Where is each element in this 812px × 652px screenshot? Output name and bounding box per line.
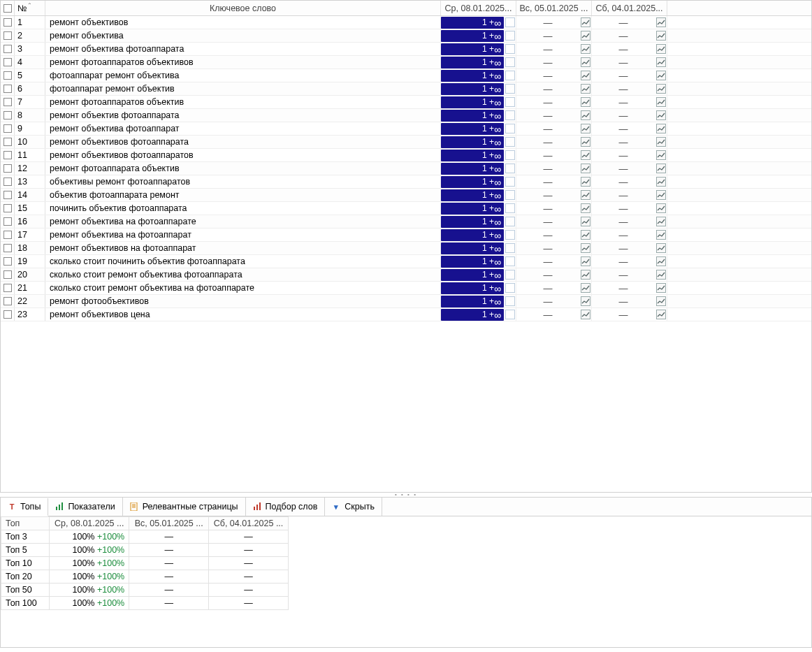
spark-chart-icon[interactable] xyxy=(505,283,515,293)
spark-chart-icon[interactable] xyxy=(505,137,515,147)
spark-chart-icon[interactable] xyxy=(505,110,515,120)
row-checkbox-cell[interactable] xyxy=(1,215,15,228)
row-checkbox-cell[interactable] xyxy=(1,189,15,201)
table-row[interactable]: 20сколько стоит ремонт объектива фотоапп… xyxy=(1,268,811,282)
checkbox-icon[interactable] xyxy=(3,138,12,146)
spark-chart-icon[interactable] xyxy=(581,150,590,160)
spark-chart-icon[interactable] xyxy=(656,164,666,173)
spark-chart-icon[interactable] xyxy=(505,243,515,253)
spark-chart-icon[interactable] xyxy=(581,243,590,253)
spark-chart-icon[interactable] xyxy=(581,97,590,107)
spark-chart-icon[interactable] xyxy=(581,296,590,306)
row-checkbox-cell[interactable] xyxy=(1,29,15,42)
checkbox-icon[interactable] xyxy=(3,45,12,53)
row-checkbox-cell[interactable] xyxy=(1,56,15,68)
spark-chart-icon[interactable] xyxy=(581,57,590,67)
spark-chart-icon[interactable] xyxy=(656,243,666,253)
spark-chart-icon[interactable] xyxy=(581,124,590,133)
checkbox-icon[interactable] xyxy=(3,178,12,186)
table-row[interactable]: 15починить объектив фотоаппарата1 +∞—— xyxy=(1,202,811,215)
spark-chart-icon[interactable] xyxy=(656,124,666,133)
spark-chart-icon[interactable] xyxy=(505,164,515,173)
table-row[interactable]: 11ремонт объективов фотоаппаратов1 +∞—— xyxy=(1,149,811,162)
spark-chart-icon[interactable] xyxy=(656,256,666,266)
table-row[interactable]: 8ремонт объектив фотоаппарата1 +∞—— xyxy=(1,109,811,122)
spark-chart-icon[interactable] xyxy=(505,44,515,54)
header-date-1[interactable]: Ср, 08.01.2025... xyxy=(441,1,516,15)
spark-chart-icon[interactable] xyxy=(505,230,515,240)
spark-chart-icon[interactable] xyxy=(505,97,515,107)
table-row[interactable]: 9ремонт объектива фотоаппарат1 +∞—— xyxy=(1,122,811,136)
spark-chart-icon[interactable] xyxy=(656,310,666,319)
row-checkbox-cell[interactable] xyxy=(1,136,15,148)
spark-chart-icon[interactable] xyxy=(581,270,590,280)
checkbox-icon[interactable] xyxy=(3,204,12,212)
spark-chart-icon[interactable] xyxy=(581,31,590,41)
tops-header-top[interactable]: Топ xyxy=(1,517,50,530)
checkbox-icon[interactable] xyxy=(3,151,12,159)
table-row[interactable]: 2ремонт объектива1 +∞—— xyxy=(1,29,811,43)
checkbox-icon[interactable] xyxy=(3,231,12,239)
row-checkbox-cell[interactable] xyxy=(1,295,15,307)
spark-chart-icon[interactable] xyxy=(581,110,590,120)
checkbox-icon[interactable] xyxy=(3,4,12,13)
spark-chart-icon[interactable] xyxy=(581,137,590,147)
spark-chart-icon[interactable] xyxy=(505,150,515,160)
table-row[interactable]: 17ремонт объектива на фотоаппарат1 +∞—— xyxy=(1,229,811,242)
spark-chart-icon[interactable] xyxy=(581,203,590,213)
spark-chart-icon[interactable] xyxy=(505,256,515,266)
row-checkbox-cell[interactable] xyxy=(1,43,15,55)
row-checkbox-cell[interactable] xyxy=(1,308,15,321)
spark-chart-icon[interactable] xyxy=(656,110,666,120)
spark-chart-icon[interactable] xyxy=(656,150,666,160)
row-checkbox-cell[interactable] xyxy=(1,82,15,95)
header-date-3[interactable]: Сб, 04.01.2025... xyxy=(592,1,667,15)
checkbox-icon[interactable] xyxy=(3,217,12,226)
tab-word-picker[interactable]: Подбор слов xyxy=(246,498,326,516)
table-row[interactable]: 4ремонт фотоаппаратов объективов1 +∞—— xyxy=(1,56,811,69)
row-checkbox-cell[interactable] xyxy=(1,202,15,215)
row-checkbox-cell[interactable] xyxy=(1,122,15,135)
header-number[interactable]: ⌃ № xyxy=(15,1,45,15)
spark-chart-icon[interactable] xyxy=(505,296,515,306)
table-row[interactable]: 22ремонт фотообъективов1 +∞—— xyxy=(1,295,811,308)
table-row[interactable]: 16ремонт объектива на фотоаппарате1 +∞—— xyxy=(1,215,811,229)
spark-chart-icon[interactable] xyxy=(656,217,666,226)
spark-chart-icon[interactable] xyxy=(656,17,666,27)
spark-chart-icon[interactable] xyxy=(656,137,666,147)
tops-header-d3[interactable]: Сб, 04.01.2025 ... xyxy=(209,517,289,530)
spark-chart-icon[interactable] xyxy=(656,296,666,306)
table-row[interactable]: 18ремонт объективов на фотоаппарат1 +∞—— xyxy=(1,242,811,255)
header-date-2[interactable]: Вс, 05.01.2025 ... xyxy=(516,1,592,15)
spark-chart-icon[interactable] xyxy=(581,283,590,293)
checkbox-icon[interactable] xyxy=(3,85,12,93)
spark-chart-icon[interactable] xyxy=(581,310,590,319)
checkbox-icon[interactable] xyxy=(3,18,12,27)
spark-chart-icon[interactable] xyxy=(581,44,590,54)
checkbox-icon[interactable] xyxy=(3,98,12,106)
spark-chart-icon[interactable] xyxy=(581,256,590,266)
spark-chart-icon[interactable] xyxy=(656,44,666,54)
table-row[interactable]: 14объектив фотоаппарата ремонт1 +∞—— xyxy=(1,189,811,202)
header-checkbox-cell[interactable] xyxy=(1,1,15,15)
row-checkbox-cell[interactable] xyxy=(1,16,15,29)
spark-chart-icon[interactable] xyxy=(505,84,515,94)
table-row[interactable]: 5фотоаппарат ремонт объектива1 +∞—— xyxy=(1,69,811,82)
tab-relevant-pages[interactable]: Релевантные страницы xyxy=(123,498,246,516)
spark-chart-icon[interactable] xyxy=(505,190,515,200)
checkbox-icon[interactable] xyxy=(3,124,12,133)
table-row[interactable]: 13объективы ремонт фотоаппаратов1 +∞—— xyxy=(1,175,811,189)
spark-chart-icon[interactable] xyxy=(505,57,515,67)
spark-chart-icon[interactable] xyxy=(656,230,666,240)
header-keyword[interactable]: Ключевое слово xyxy=(45,1,441,15)
spark-chart-icon[interactable] xyxy=(581,84,590,94)
row-checkbox-cell[interactable] xyxy=(1,175,15,188)
row-checkbox-cell[interactable] xyxy=(1,109,15,122)
spark-chart-icon[interactable] xyxy=(505,71,515,80)
spark-chart-icon[interactable] xyxy=(581,217,590,226)
tab-hide[interactable]: ▾ Скрыть xyxy=(325,498,382,516)
spark-chart-icon[interactable] xyxy=(656,270,666,280)
checkbox-icon[interactable] xyxy=(3,31,12,40)
table-row[interactable]: 21сколько стоит ремонт объектива на фото… xyxy=(1,282,811,295)
spark-chart-icon[interactable] xyxy=(505,270,515,280)
